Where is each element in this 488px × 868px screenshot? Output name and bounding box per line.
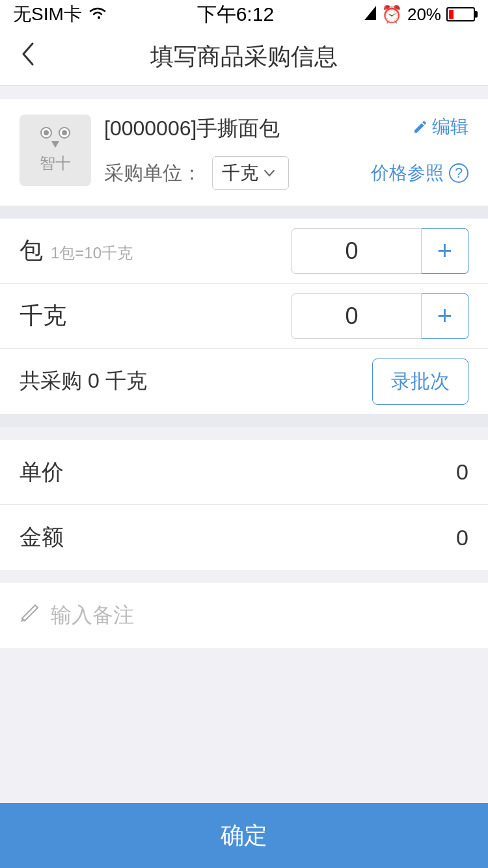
status-time: 下午6:12: [197, 1, 274, 28]
summary-text: 共采购 0 千克: [20, 367, 147, 396]
owl-right-eye: [59, 127, 70, 139]
battery-fill: [449, 10, 454, 19]
pencil-icon: [20, 603, 40, 629]
price-ref-button[interactable]: 价格参照 ?: [371, 161, 468, 185]
bao-field-wrapper: +: [291, 228, 468, 274]
status-left: 无SIM卡: [13, 2, 107, 27]
price-ref-icon: ?: [449, 163, 468, 183]
bao-plus-button[interactable]: +: [422, 228, 468, 274]
bao-input-row: 包 1包=10千克 +: [0, 219, 488, 284]
product-info: [0000006]手撕面包 编辑 采购单位： 千克 价格参照 ?: [104, 115, 468, 190]
confirm-label: 确定: [221, 820, 267, 852]
product-header: [0000006]手撕面包 编辑: [104, 115, 468, 143]
section-divider-1: [0, 206, 488, 219]
battery-icon: [446, 7, 475, 21]
location-icon: [364, 5, 376, 25]
kg-field-wrapper: +: [291, 293, 468, 339]
nav-bar: 填写商品采购信息: [0, 29, 488, 86]
price-ref-label: 价格参照: [371, 161, 444, 185]
unit-select[interactable]: 千克: [212, 156, 289, 190]
note-section[interactable]: 输入备注: [0, 583, 488, 648]
amount-value: 0: [456, 525, 468, 550]
owl-beak-decor: [51, 141, 59, 148]
unit-price-row: 单价 0: [0, 440, 488, 505]
back-button[interactable]: [0, 41, 55, 73]
amount-label: 金额: [20, 522, 64, 552]
page-title: 填写商品采购信息: [150, 41, 338, 73]
owl-right-pupil: [62, 130, 67, 135]
product-title: 手撕面包: [197, 116, 280, 140]
unit-price-value: 0: [456, 459, 468, 485]
kg-main-label: 千克: [20, 300, 66, 332]
edit-button[interactable]: 编辑: [413, 115, 468, 139]
input-section: 包 1包=10千克 + 千克 + 共采购 0 千克 录批次: [0, 219, 488, 414]
alarm-icon: ⏰: [381, 5, 402, 25]
status-right: ⏰ 20%: [364, 5, 475, 25]
battery-text: 20%: [407, 5, 441, 25]
product-name: [0000006]手撕面包: [104, 115, 413, 143]
product-card: 智十 [0000006]手撕面包 编辑 采购单位： 千克 价格参照: [0, 99, 488, 206]
carrier-text: 无SIM卡: [13, 2, 82, 27]
logo-text: 智十: [40, 153, 71, 174]
summary-row: 共采购 0 千克 录批次: [0, 349, 488, 414]
section-divider-2: [0, 414, 488, 427]
product-code: [0000006]: [104, 116, 197, 140]
price-section: 单价 0 金额 0: [0, 440, 488, 570]
amount-row: 金额 0: [0, 505, 488, 570]
edit-label: 编辑: [432, 115, 468, 139]
kg-input-row: 千克 +: [0, 284, 488, 349]
purchase-unit-row: 采购单位： 千克 价格参照 ?: [104, 156, 468, 190]
kg-plus-button[interactable]: +: [422, 293, 468, 339]
unit-price-label: 单价: [20, 457, 64, 487]
unit-value: 千克: [222, 161, 258, 185]
kg-label-group: 千克: [20, 300, 124, 332]
product-image: 智十: [20, 115, 91, 186]
owl-left-eye: [40, 127, 52, 139]
unit-label: 采购单位：: [104, 160, 202, 187]
owl-eyes-decor: [40, 127, 70, 139]
note-placeholder: 输入备注: [51, 601, 134, 630]
bao-label-group: 包 1包=10千克: [20, 235, 133, 267]
bao-main-label: 包: [20, 235, 43, 267]
bottom-spacer: [0, 648, 488, 739]
bao-input[interactable]: [291, 228, 422, 274]
record-batch-button[interactable]: 录批次: [372, 359, 468, 405]
owl-left-pupil: [44, 130, 49, 135]
kg-input[interactable]: [291, 293, 422, 339]
bao-sub-label: 1包=10千克: [51, 243, 133, 264]
confirm-button[interactable]: 确定: [0, 803, 488, 868]
status-bar: 无SIM卡 下午6:12 ⏰ 20%: [0, 0, 488, 29]
svg-marker-0: [364, 6, 376, 20]
wifi-icon: [88, 4, 107, 25]
